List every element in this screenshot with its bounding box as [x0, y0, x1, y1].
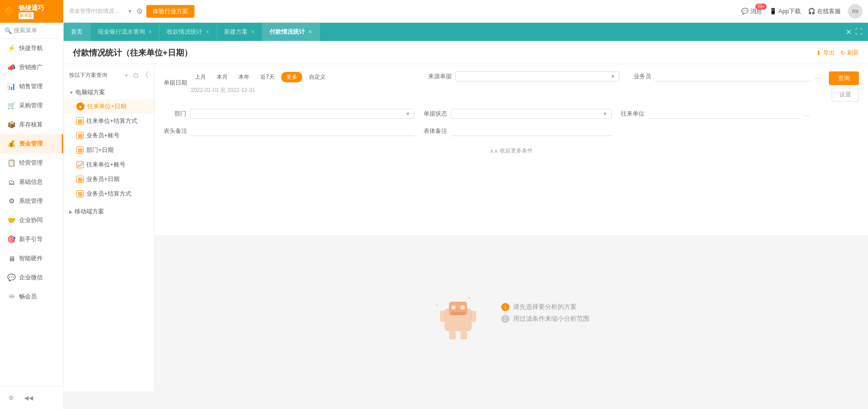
scheme-counterpart-account[interactable]: 📈 往来单位+账号 [64, 157, 154, 172]
docstatus-select[interactable]: ▼ [451, 109, 612, 119]
sales-icon: 📊 [7, 82, 15, 91]
search-menu[interactable]: 🔍 搜索菜单 [0, 23, 63, 39]
headernote-input[interactable] [191, 126, 414, 136]
sidebar-item-quick-nav[interactable]: ⚡ 快捷导航 [0, 39, 63, 58]
filter-row-1: 单据日期 上月 本月 本年 近7天 更多 自定义 2022-01-01 至 20… [164, 71, 859, 101]
scheme-salesman-date[interactable]: ▦ 业务员+日期 [64, 172, 154, 187]
counterpart-more-btn[interactable]: ... [804, 111, 809, 117]
sidebar-item-inventory[interactable]: 📦 库存核算 [0, 115, 63, 134]
tab-cashflow[interactable]: 现金银行流水查询 × [90, 23, 160, 41]
edition-badge: 标准版 [19, 12, 34, 19]
sidebar-item-guide[interactable]: 🎯 新手引导 [0, 230, 63, 249]
set-btn[interactable]: 设置 [832, 88, 859, 101]
scheme-counterpart-settle[interactable]: ▦ 往来单位+结算方式 [64, 114, 154, 128]
sidebar-item-operation[interactable]: 📋 经营管理 [0, 153, 63, 172]
tab-cashflow-close[interactable]: × [149, 29, 152, 35]
date-last-7days[interactable]: 近7天 [256, 71, 279, 83]
topnav-gear-icon[interactable]: ⚙ [136, 7, 143, 15]
date-this-year[interactable]: 本年 [234, 71, 254, 83]
sidebar-item-member[interactable]: ♾ 畅会员 [0, 287, 63, 306]
date-label: 单据日期 [164, 79, 187, 87]
scheme-counterpart-date[interactable]: ● 往来单位+日期 [64, 99, 154, 114]
system-icon: ⚙ [7, 197, 15, 205]
empty-area: ✦ ✦ 1 请先选择要分析的方案 2 用过滤条件来缩小分析范围 [155, 235, 868, 392]
tab-new-scheme-label: 新建方案 [224, 28, 248, 36]
add-scheme-icon[interactable]: ＋ [123, 71, 130, 80]
date-custom[interactable]: 自定义 [305, 71, 329, 83]
date-last-month[interactable]: 上月 [191, 71, 210, 83]
sidebar-item-finance[interactable]: 💰 资金管理 [0, 134, 63, 153]
scheme-salesman-account[interactable]: ▦ 业务员+账号 [64, 128, 154, 143]
sidebar-item-wechat[interactable]: 💬 企业微信 [0, 268, 63, 287]
tip2-text: 用过滤条件来缩小分析范围 [513, 315, 589, 323]
salesman-more-btn[interactable]: ... [815, 73, 820, 80]
tab-close-all-icon[interactable]: ✕ [846, 28, 852, 36]
refresh-btn[interactable]: ↻ 刷新 [840, 49, 859, 57]
svg-rect-6 [471, 311, 476, 322]
empty-illustration: ✦ ✦ [433, 286, 483, 340]
scheme-dept-date[interactable]: ▦ 部门+日期 [64, 143, 154, 157]
panel-collapse-icon[interactable]: 《 [141, 71, 149, 80]
topnav-dropdown-arrow[interactable]: ▼ [127, 8, 133, 15]
operation-icon: 📋 [7, 159, 15, 167]
dept-label: 部门 [164, 110, 186, 118]
message-btn[interactable]: 💬 消息 99+ [741, 7, 762, 15]
tab-home[interactable]: 首页 [64, 23, 90, 41]
sidebar-item-basic[interactable]: 🗂 基础信息 [0, 172, 63, 192]
sidebar-item-label: 销售管理 [19, 82, 43, 91]
date-this-month[interactable]: 本月 [213, 71, 232, 83]
page-actions: ⬆ 导出 ↻ 刷新 [816, 49, 859, 57]
sidebar-item-label: 经营管理 [19, 159, 43, 167]
app-download-btn[interactable]: 📱 App下载 [769, 7, 801, 15]
source-select[interactable]: ▼ [455, 71, 619, 81]
tab-payment-stats-label: 付款情况统计 [269, 28, 305, 36]
tab-receipts[interactable]: 收款情况统计 × [160, 23, 217, 41]
dept-select[interactable]: ▼ [190, 109, 414, 119]
sidebar-item-system[interactable]: ⚙ 系统管理 [0, 192, 63, 211]
collapse-sidebar-icon[interactable]: ◀◀ [22, 391, 35, 404]
tab-maximize-icon[interactable]: ⛶ [855, 28, 863, 36]
sidebar-item-sales[interactable]: 📊 销售管理 [0, 77, 63, 96]
date-more[interactable]: 更多 [281, 72, 302, 82]
sidebar-logo: 🔶 畅捷通巧 标准版 [0, 0, 63, 23]
tab-new-scheme-close[interactable]: × [251, 29, 254, 35]
sidebar-item-label: 系统管理 [19, 197, 43, 205]
source-label: 来源单据 [428, 72, 452, 81]
query-btn[interactable]: 查询 [829, 71, 859, 85]
scheme-salesman-settle[interactable]: ▦ 业务员+结算方式 [64, 187, 154, 201]
user-avatar[interactable]: Rit [848, 4, 863, 19]
tab-payment-stats[interactable]: 付款情况统计 × [262, 23, 319, 41]
trial-btn[interactable]: 体验行业方案 [146, 5, 195, 18]
filter-headernote-item: 表头备注 [164, 126, 414, 136]
sidebar-item-purchase[interactable]: 🛒 采购管理 [0, 96, 63, 115]
enterprise-icon: 🤝 [7, 216, 15, 224]
tab-new-scheme[interactable]: 新建方案 × [217, 23, 262, 41]
hardware-icon: 🖥 [7, 254, 15, 263]
filter-date-item: 单据日期 上月 本月 本年 近7天 更多 自定义 2022-01-01 至 20… [164, 71, 419, 94]
app-download-label: App下载 [778, 7, 801, 15]
tab-receipts-close[interactable]: × [206, 29, 209, 35]
collapse-filters-btn[interactable]: ∧∧ 收起更多条件 [164, 143, 859, 158]
refresh-label: 刷新 [847, 49, 859, 57]
sidebar-item-label: 资金管理 [19, 140, 43, 148]
sidebar-item-enterprise[interactable]: 🤝 企业协同 [0, 211, 63, 230]
sidebar-item-label: 企业微信 [19, 273, 43, 282]
bodynote-input[interactable] [451, 126, 612, 136]
counterpart-input[interactable] [648, 109, 800, 119]
empty-tip-1: 1 请先选择要分析的方案 [501, 303, 589, 311]
tab-payment-stats-close[interactable]: × [309, 29, 312, 35]
scheme-settings-icon[interactable]: ⊙ [133, 71, 139, 80]
desktop-scheme-header[interactable]: ▼ 电脑端方案 [64, 86, 154, 99]
online-service-btn[interactable]: 🎧 在线客服 [808, 7, 841, 15]
mobile-scheme-header[interactable]: ▶ 移动端方案 [64, 205, 154, 218]
sidebar-item-marketing[interactable]: 📣 营销推广 [0, 58, 63, 77]
export-btn[interactable]: ⬆ 导出 [816, 49, 835, 57]
tab-receipts-label: 收款情况统计 [167, 28, 202, 36]
settings-icon[interactable]: ⚙ [5, 391, 18, 404]
scheme-table-icon: ▦ [76, 117, 84, 125]
sidebar-item-hardware[interactable]: 🖥 智能硬件 [0, 249, 63, 268]
scheme-item-label: 业务员+结算方式 [86, 190, 131, 198]
salesman-input[interactable] [655, 71, 811, 81]
scheme-item-label: 部门+日期 [86, 146, 114, 154]
scheme-item-label: 业务员+账号 [86, 131, 120, 140]
